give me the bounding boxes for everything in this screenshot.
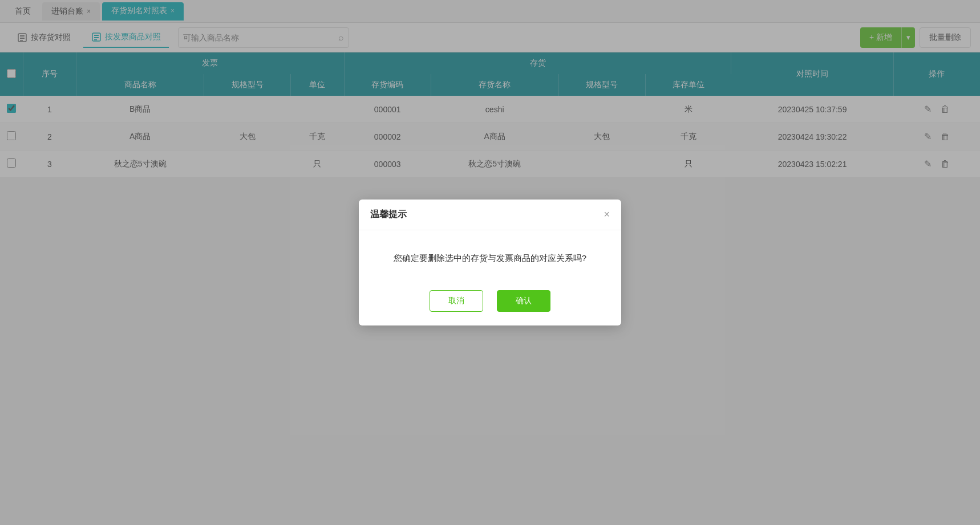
modal-overlay: 温馨提示 × 您确定要删除选中的存货与发票商品的对应关系吗? 取消 确认 xyxy=(0,0,980,178)
